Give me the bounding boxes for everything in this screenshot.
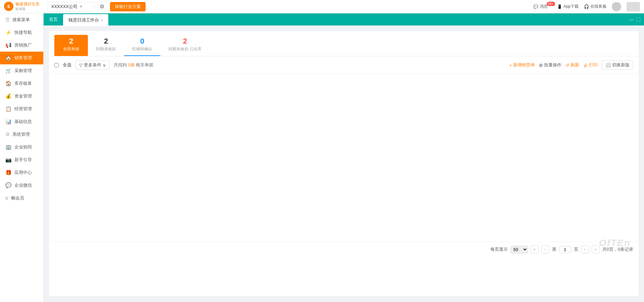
prev-page-button[interactable]: ‹ <box>541 245 549 253</box>
cooperation-icon: 🏢 <box>5 144 12 150</box>
company-name: XXXXXX公司 <box>51 4 77 10</box>
tab-home[interactable]: 首页 <box>44 13 63 25</box>
sidebar-item-label: 应用中心 <box>14 170 32 176</box>
sidebar-item-label: 库存核算 <box>14 80 32 86</box>
work-area: 2 全部单据 2 到期未收款 0 旺铺待确认 2 到期未收款 已出库 全选 ▽ … <box>49 31 639 296</box>
switch-icon: ⬜ <box>605 63 611 68</box>
sidebar-item-label: 系统管理 <box>12 131 30 137</box>
sidebar-item-purchase[interactable]: 🛒 采购管理 <box>0 64 43 77</box>
online-service-item[interactable]: 🎧 在线客服 <box>584 4 606 9</box>
main-content: 2 全部单据 2 到期未收款 0 旺铺待确认 2 到期未收款 已出库 全选 ▽ … <box>44 25 644 302</box>
header-right: 💬 消息 99+ 📱 App下载 🎧 在线客服 <box>533 2 640 11</box>
stat-tabs: 2 全部单据 2 到期未收款 0 旺铺待确认 2 到期未收款 已出库 <box>49 31 639 56</box>
plus-icon: + <box>509 63 512 68</box>
company-selector[interactable]: XXXXXX公司 ▼ <box>48 2 95 11</box>
app-download-label: App下载 <box>564 4 579 9</box>
app-center-icon: 🎁 <box>5 170 12 176</box>
finance-icon: 💰 <box>5 93 12 99</box>
total-info: 共0页，0条记录 <box>602 246 633 252</box>
page-input[interactable]: 1 <box>559 246 571 253</box>
sidebar-item-marketing[interactable]: 📢 营销推广 <box>0 39 43 52</box>
sidebar-item-label: 新手引导 <box>14 157 32 163</box>
filter-label: 更多条件 <box>84 62 101 68</box>
stat-count-pending: 0 <box>140 38 144 45</box>
sidebar-item-search-menu[interactable]: ☰ 搜索菜单 <box>0 13 43 26</box>
result-text: 共找到 0条 相关单据 <box>114 62 153 68</box>
add-sales-order-button[interactable]: + 新增销货单 <box>509 62 535 68</box>
stat-label-overdue: 到期未收款 <box>96 46 116 52</box>
minimize-icon[interactable]: — <box>629 17 634 22</box>
trial-button[interactable]: 体验行业方案 <box>110 2 146 11</box>
sidebar-item-label: 快捷导航 <box>14 29 32 36</box>
sidebar-item-basic-info[interactable]: 📊 基础信息 <box>0 115 43 128</box>
next-page-button[interactable]: › <box>581 245 589 253</box>
sidebar-item-app-center[interactable]: 🎁 应用中心 <box>0 166 43 179</box>
online-service-label: 在线客服 <box>590 4 606 9</box>
result-prefix: 共找到 <box>114 62 127 67</box>
sidebar-item-inventory[interactable]: 🏠 库存核算 <box>0 77 43 90</box>
nav-right-controls: — ⛶ <box>629 17 644 22</box>
batch-button[interactable]: ⊞ 批量操作 <box>539 62 561 68</box>
top-header: 6 畅捷通好生意 标准版 XXXXXX公司 ▼ ⚙ 体验行业方案 💬 消息 99… <box>0 0 644 13</box>
last-page-button[interactable]: » <box>592 245 600 253</box>
sidebar-item-sales[interactable]: 🏠 销售管理 <box>0 52 43 64</box>
purchase-icon: 🛒 <box>5 68 12 74</box>
sidebar-item-cooperation[interactable]: 🏢 企业协同 <box>0 141 43 154</box>
stat-tab-overdue-out[interactable]: 2 到期未收款 已出库 <box>160 35 210 56</box>
message-label: 消息 <box>540 4 548 9</box>
sidebar-item-label: 畅会员 <box>11 195 24 201</box>
member-icon: V <box>5 196 8 201</box>
maximize-icon[interactable]: ⛶ <box>636 17 641 22</box>
inventory-icon: 🏠 <box>5 80 12 86</box>
app-name: 畅捷通好生意 <box>15 2 40 6</box>
select-all-label: 全选 <box>63 62 71 68</box>
sidebar-item-finance[interactable]: 💰 资金管理 <box>0 90 43 103</box>
logo-icon: 6 <box>4 2 13 11</box>
stat-count-all: 2 <box>69 38 73 45</box>
stat-tab-pending[interactable]: 0 旺铺待确认 <box>124 35 160 56</box>
message-item[interactable]: 💬 消息 99+ <box>533 4 552 9</box>
tab-work[interactable]: 钱货日清工作台 × <box>63 14 108 26</box>
quick-nav-icon: ⚡ <box>5 29 12 36</box>
app-download-item[interactable]: 📱 App下载 <box>557 4 579 9</box>
close-tab-icon[interactable]: × <box>101 18 103 22</box>
sidebar-item-system[interactable]: ⚙ 系统管理 <box>0 128 43 141</box>
sidebar-item-label: 营销推广 <box>14 42 32 48</box>
select-all-checkbox[interactable] <box>54 63 59 67</box>
sidebar-item-wechat[interactable]: 💬 企业微信 <box>0 179 43 192</box>
sidebar-item-operations[interactable]: 📋 经营管理 <box>0 103 43 115</box>
page-text-2: 页 <box>574 246 578 252</box>
result-count: 0条 <box>128 62 135 67</box>
sidebar-item-guide[interactable]: 📷 新手引导 <box>0 154 43 166</box>
print-label: 打印 <box>589 62 598 68</box>
user-name-placeholder[interactable] <box>627 2 640 11</box>
sidebar-item-label: 企业协同 <box>14 144 32 150</box>
sidebar-item-label: 企业微信 <box>14 182 32 188</box>
stat-count-overdue-out: 2 <box>183 38 187 45</box>
filter-button[interactable]: ▽ 更多条件 ∨ <box>75 60 110 70</box>
first-page-button[interactable]: « <box>531 245 539 253</box>
sidebar-item-member[interactable]: V 畅会员 <box>0 192 43 204</box>
switch-version-button[interactable]: ⬜ 切换新版 <box>602 60 633 70</box>
print-icon: 🖨 <box>583 63 588 68</box>
stat-label-all: 全部单据 <box>63 46 79 52</box>
print-button[interactable]: 🖨 打印 <box>583 62 598 68</box>
page-size-select[interactable]: 50 100 200 <box>511 246 528 253</box>
sales-icon: 🏠 <box>5 55 12 61</box>
operations-icon: 📋 <box>5 106 12 112</box>
settings-icon[interactable]: ⚙ <box>97 2 107 11</box>
batch-icon: ⊞ <box>539 63 543 68</box>
avatar[interactable] <box>612 2 621 11</box>
stat-count-overdue: 2 <box>104 38 108 45</box>
marketing-icon: 📢 <box>5 42 12 48</box>
sidebar-item-label: 资金管理 <box>14 93 32 99</box>
sidebar-item-quick-nav[interactable]: ⚡ 快捷导航 <box>0 26 43 39</box>
stat-tab-overdue[interactable]: 2 到期未收款 <box>88 35 124 56</box>
basic-info-icon: 📊 <box>5 119 12 125</box>
sidebar-item-label: 销售管理 <box>14 55 32 61</box>
sidebar-item-label: 搜索菜单 <box>12 17 30 23</box>
sidebar-item-label: 基础信息 <box>14 119 32 125</box>
stat-tab-all[interactable]: 2 全部单据 <box>54 35 88 56</box>
refresh-label: 刷新 <box>571 62 579 68</box>
refresh-button[interactable]: ↺ 刷新 <box>566 62 579 68</box>
